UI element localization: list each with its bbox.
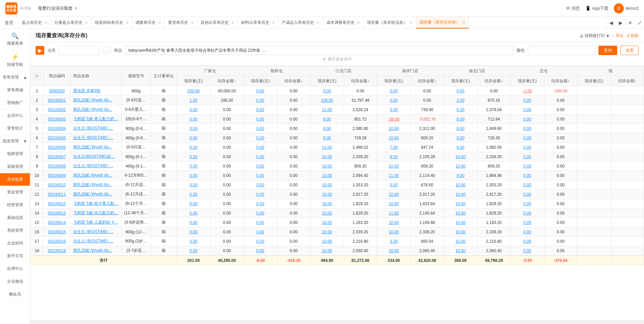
cell-jb-qty[interactable]: 11.00 (310, 105, 344, 114)
app-download-btn[interactable]: 📱 App下载 (585, 5, 608, 11)
cell-land-qty[interactable]: 0.00 (244, 133, 277, 143)
table-area[interactable]: ⚙ 商品编码 商品名称 规格型号 主计量单位 厂家仓 陆村仓 江北门店 南岸门店… (30, 66, 644, 320)
cell-tot-qty[interactable]: 0.00 (510, 161, 544, 171)
cell-name[interactable]: 飞鹤星飞帆 婴儿配方奶… (70, 114, 121, 124)
tab-xcfb[interactable]: 现存量（库存分布表） ✕ (416, 17, 469, 29)
cell-code[interactable]: 00100011 (44, 190, 70, 199)
sidebar-item-retail[interactable]: 零售管理 ▲ (0, 71, 30, 84)
cell-code[interactable]: 00100014 (44, 218, 70, 227)
cell-tot-qty[interactable]: 0.00 (510, 171, 544, 180)
gear-btn[interactable]: ⚙ (33, 73, 41, 80)
sidebar-item-search[interactable]: 🔍 搜索英单 (0, 29, 30, 50)
cell-code[interactable]: 00100018 (44, 246, 70, 256)
cell-name[interactable]: 合生元 (BIOSTIME) … (70, 124, 121, 133)
cell-code[interactable]: 00100002 (44, 105, 70, 114)
warehouse-input[interactable] (59, 46, 99, 55)
cell-code[interactable]: 00100013 (44, 209, 70, 218)
color-input[interactable] (528, 46, 595, 55)
cell-na-qty[interactable]: 10.00 (377, 218, 411, 227)
cell-na-qty[interactable]: 3.00 (377, 105, 411, 114)
cell-jb-qty[interactable]: 10.00 (310, 246, 344, 256)
sidebar-item-vip[interactable]: 畅会员 (0, 288, 30, 301)
cell-na-qty[interactable]: 11.00 (377, 209, 411, 218)
cell-land-qty[interactable]: 0.00 (244, 218, 277, 227)
cell-tot-qty[interactable]: 0.00 (510, 190, 544, 199)
cell-na-qty[interactable]: 10.00 (377, 161, 411, 171)
cell-name[interactable]: 惠氏启赋 (Wyeth illu... (70, 190, 121, 199)
print-btn[interactable]: 🖨 按模版打印 ▼ (580, 33, 610, 39)
cell-name[interactable]: 合生元 (BIOSTIME) … (70, 237, 121, 246)
tab-yhdh[interactable]: 要货单历史 ✕ (165, 17, 197, 29)
sidebar-item-marketing[interactable]: 营销推广 (0, 97, 30, 109)
search-button[interactable]: 查询 (598, 46, 617, 55)
cell-code[interactable]: 00100003 (44, 114, 70, 124)
cell-tot-qty[interactable]: 0.00 (510, 180, 544, 190)
cell-yb-qty[interactable]: 10.00 (443, 237, 477, 246)
cell-na-qty[interactable]: 3.00 (377, 237, 411, 246)
cell-tot-qty[interactable]: -1.00 (510, 86, 544, 96)
tab-zcch[interactable]: 组装拆卸单历史 ✕ (92, 17, 132, 29)
cell-tot-qty[interactable]: 0.00 (510, 96, 544, 105)
cell-code[interactable]: 00100015 (44, 227, 70, 237)
sidebar-item-nav[interactable]: ⚡ 快捷导航 (0, 50, 30, 71)
cell-code[interactable]: 00100016 (44, 237, 70, 246)
cell-na-qty[interactable]: 10.00 (377, 133, 411, 143)
tab-home[interactable]: 首页 (0, 17, 18, 29)
cell-jb-qty[interactable]: 0.00 (310, 86, 344, 96)
cell-fac-qty[interactable]: 0.00 (177, 152, 211, 161)
cell-code[interactable]: 0000003 (44, 86, 70, 96)
cell-tot-qty[interactable]: 0.00 (510, 114, 544, 124)
cell-fac-qty[interactable]: 0.00 (177, 124, 211, 133)
info-icon[interactable]: ℹ (234, 79, 236, 83)
cell-yb-qty[interactable]: 9.00 (443, 133, 477, 143)
tab-close-icon[interactable]: ✕ (45, 21, 47, 25)
tab-ccrk[interactable]: 产成品入库单历史 ✕ (278, 17, 323, 29)
goods-input[interactable] (125, 46, 513, 55)
cell-na-qty[interactable]: 10.00 (377, 246, 411, 256)
cell-yb-qty[interactable]: 10.00 (443, 161, 477, 171)
cell-code[interactable]: 00100009 (44, 171, 70, 180)
sidebar-item-ecommerce[interactable]: 电商管理 (0, 148, 30, 160)
cell-na-qty[interactable]: 10.00 (377, 199, 411, 209)
refresh-btn[interactable]: ↺ 刷新 (626, 33, 639, 39)
cell-na-qty[interactable]: 0.00 (377, 86, 411, 96)
expand-more-btn[interactable]: ▼ 展开更多条件 (36, 55, 639, 62)
cell-jb-qty[interactable]: 10.00 (310, 209, 344, 218)
cell-jb-qty[interactable]: 10.00 (310, 227, 344, 237)
cell-land-qty[interactable]: 0.00 (244, 227, 277, 237)
cell-na-qty[interactable]: 0.00 (377, 96, 411, 105)
cell-code[interactable]: 00100005 (44, 133, 70, 143)
cell-land-qty[interactable]: 0.00 (244, 199, 277, 209)
cell-yb-qty[interactable]: 10.00 (443, 227, 477, 237)
cell-jb-qty[interactable]: 9.00 (310, 114, 344, 124)
cell-jb-qty[interactable]: 10.00 (310, 152, 344, 161)
cell-tot-qty[interactable]: 0.00 (510, 237, 544, 246)
cell-tot-qty[interactable]: 0.00 (510, 105, 544, 114)
tab-close-icon[interactable]: ✕ (410, 21, 413, 25)
cell-code[interactable]: 00100007 (44, 152, 70, 161)
cell-land-qty[interactable]: 0.00 (244, 105, 277, 114)
cell-fac-qty[interactable]: 0.00 (177, 171, 211, 180)
cell-yb-qty[interactable]: 0.00 (443, 86, 477, 96)
cell-name[interactable]: 合生元(BIOSTIME)派… (70, 152, 121, 161)
cell-name[interactable]: 惠氏启赋 (Wyeth illu... (70, 246, 121, 256)
cell-fac-qty[interactable]: 0.00 (177, 199, 211, 209)
sidebar-item-system[interactable]: 系统管理 (0, 224, 30, 237)
cell-jb-qty[interactable]: 10.00 (310, 171, 344, 180)
tab-close-icon[interactable]: ✕ (231, 21, 234, 25)
message-btn[interactable]: ✉ 消息 (566, 5, 580, 11)
cell-fac-qty[interactable]: 0.00 (177, 133, 211, 143)
cell-name[interactable]: 惠氏启赋 (Wyeth illu... (70, 180, 121, 190)
cell-name[interactable]: 惠氏启赋 (Wyeth illu... (70, 105, 121, 114)
cell-jb-qty[interactable]: 10.00 (310, 218, 344, 227)
cell-fac-qty[interactable]: 0.00 (177, 218, 211, 227)
cell-code[interactable]: 00100006 (44, 143, 70, 152)
cell-name[interactable]: 惠氏启赋 (Wyeth illu... (70, 96, 121, 105)
cell-fac-qty[interactable]: 200.00 (177, 86, 211, 96)
cell-land-qty[interactable]: 0.00 (244, 180, 277, 190)
cell-name[interactable]: 惠氏启赋 (Wyeth illu... (70, 143, 121, 152)
cell-yb-qty[interactable]: 10.00 (443, 209, 477, 218)
cell-fac-qty[interactable]: 0.00 (177, 105, 211, 114)
sidebar-item-finance[interactable]: 资金管理 (0, 186, 30, 199)
tab-prev-btn[interactable]: ◀ (606, 17, 616, 29)
